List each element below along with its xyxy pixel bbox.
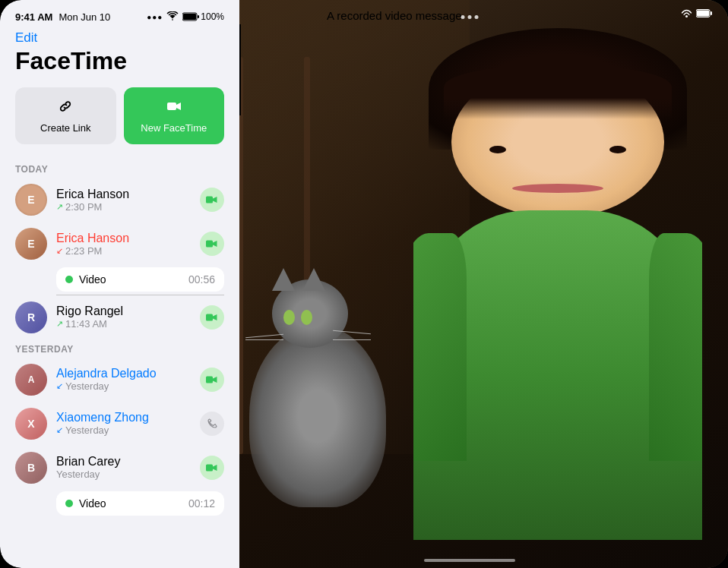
section-today: TODAY bbox=[0, 159, 239, 178]
phone-call-action[interactable] bbox=[200, 412, 224, 436]
status-time: 9:41 AM bbox=[15, 11, 52, 23]
battery-pct: 100% bbox=[201, 11, 224, 22]
video-call-action[interactable] bbox=[200, 305, 224, 330]
outgoing-arrow-icon: ↗ bbox=[56, 319, 63, 329]
ipad-frame: 9:41 AM Mon Jun 10 ●●● bbox=[0, 0, 728, 568]
video-duration: 00:12 bbox=[188, 497, 215, 510]
call-list: TODAY E Erica Hanson ↗ 2:30 PM bbox=[0, 159, 239, 568]
svg-rect-2 bbox=[198, 15, 199, 18]
list-item[interactable]: A Alejandra Delgado ↙ Yesterday bbox=[0, 358, 239, 402]
avatar: B bbox=[15, 452, 47, 484]
signal-bars bbox=[681, 9, 692, 20]
video-duration: 00:56 bbox=[188, 273, 215, 286]
photo-status-bar bbox=[681, 9, 713, 20]
wifi-icon bbox=[166, 11, 179, 23]
call-name: Erica Hanson bbox=[56, 232, 191, 245]
video-label: Video bbox=[79, 273, 182, 286]
video-label: Video bbox=[79, 497, 182, 510]
photo-background bbox=[211, 0, 728, 568]
call-info: Erica Hanson ↗ 2:30 PM bbox=[56, 188, 191, 213]
svg-rect-5 bbox=[206, 241, 213, 248]
call-info: Brian Carey Yesterday bbox=[56, 455, 191, 480]
cat-silhouette bbox=[234, 279, 401, 507]
create-link-button[interactable]: Create Link bbox=[15, 87, 116, 144]
call-info: Alejandra Delgado ↙ Yesterday bbox=[56, 367, 191, 392]
section-yesterday: YESTERDAY bbox=[0, 339, 239, 358]
svg-rect-4 bbox=[206, 197, 213, 204]
video-dot bbox=[65, 276, 73, 283]
app-title: FaceTime bbox=[0, 46, 239, 87]
avatar: R bbox=[15, 301, 47, 333]
incoming-arrow-icon: ↙ bbox=[56, 425, 63, 435]
call-name: Alejandra Delgado bbox=[56, 367, 191, 380]
call-name: Rigo Rangel bbox=[56, 305, 191, 318]
status-date: Mon Jun 10 bbox=[59, 11, 110, 23]
video-message-item[interactable]: Video 00:56 bbox=[56, 267, 224, 292]
call-time: Yesterday bbox=[56, 469, 191, 480]
link-icon bbox=[57, 98, 74, 118]
call-time: ↙ 2:23 PM bbox=[56, 245, 191, 257]
call-time: ↙ Yesterday bbox=[56, 424, 191, 436]
list-item[interactable]: R Rigo Rangel ↗ 11:43 AM bbox=[0, 295, 239, 339]
call-time: ↙ Yesterday bbox=[56, 380, 191, 392]
avatar: E bbox=[15, 228, 47, 260]
call-name: Brian Carey bbox=[56, 455, 191, 469]
list-item[interactable]: E Erica Hanson ↗ 2:30 PM bbox=[0, 178, 239, 222]
video-dot bbox=[65, 500, 73, 507]
call-time: ↗ 11:43 AM bbox=[56, 318, 191, 330]
create-link-label: Create Link bbox=[40, 122, 90, 134]
battery-status bbox=[696, 9, 713, 20]
video-call-action[interactable] bbox=[200, 456, 224, 480]
video-camera-icon bbox=[166, 98, 182, 118]
signal-icon: ●●● bbox=[147, 13, 163, 21]
call-info: Erica Hanson ↙ 2:23 PM bbox=[56, 232, 191, 257]
battery-icon: 100% bbox=[182, 11, 224, 22]
incoming-arrow-icon: ↙ bbox=[56, 381, 63, 391]
video-call-action[interactable] bbox=[200, 368, 224, 392]
call-info: Rigo Rangel ↗ 11:43 AM bbox=[56, 305, 191, 330]
incoming-arrow-icon: ↙ bbox=[56, 246, 63, 256]
list-item[interactable]: E Erica Hanson ↙ 2:23 PM bbox=[0, 222, 239, 266]
svg-point-9 bbox=[685, 15, 688, 17]
edit-label: Edit bbox=[15, 30, 37, 45]
call-time: ↗ 2:30 PM bbox=[56, 201, 191, 213]
call-info: Xiaomeng Zhong ↙ Yesterday bbox=[56, 411, 191, 436]
new-facetime-label: New FaceTime bbox=[141, 122, 207, 134]
action-buttons: Create Link New FaceTime bbox=[0, 87, 239, 159]
status-bar: 9:41 AM Mon Jun 10 ●●● bbox=[0, 0, 239, 27]
home-indicator bbox=[424, 559, 515, 562]
video-call-action[interactable] bbox=[200, 232, 224, 256]
avatar: E bbox=[15, 184, 47, 216]
video-call-action[interactable] bbox=[200, 188, 224, 212]
photo-area bbox=[211, 0, 728, 568]
video-message-item-brian[interactable]: Video 00:12 bbox=[56, 491, 224, 516]
svg-rect-6 bbox=[206, 314, 213, 320]
edit-button[interactable]: Edit bbox=[0, 30, 239, 46]
sidebar: 9:41 AM Mon Jun 10 ●●● bbox=[0, 0, 239, 568]
list-item[interactable]: X Xiaomeng Zhong ↙ Yesterday bbox=[0, 402, 239, 446]
svg-rect-11 bbox=[697, 11, 709, 17]
svg-rect-7 bbox=[206, 376, 213, 383]
call-name: Xiaomeng Zhong bbox=[56, 411, 191, 424]
status-icons: ●●● 100% bbox=[147, 11, 224, 23]
svg-rect-8 bbox=[206, 464, 213, 471]
call-name: Erica Hanson bbox=[56, 188, 191, 201]
new-facetime-button[interactable]: New FaceTime bbox=[124, 87, 225, 144]
avatar: A bbox=[15, 364, 47, 396]
avatar: X bbox=[15, 408, 47, 440]
outgoing-arrow-icon: ↗ bbox=[56, 202, 63, 212]
person-silhouette bbox=[413, 28, 702, 539]
list-item[interactable]: B Brian Carey Yesterday bbox=[0, 446, 239, 490]
svg-rect-12 bbox=[711, 11, 712, 15]
svg-rect-1 bbox=[183, 14, 196, 20]
three-dots-indicator bbox=[461, 15, 479, 19]
svg-rect-3 bbox=[167, 103, 176, 110]
